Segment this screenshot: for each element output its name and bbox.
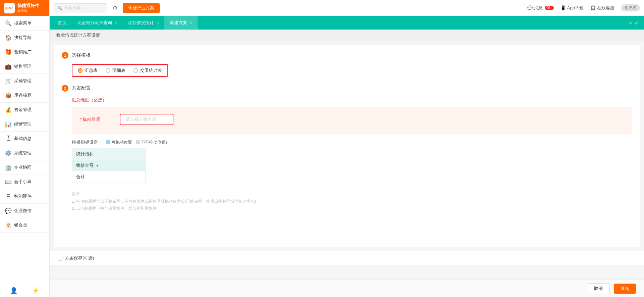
book-icon: 📖 [5,179,11,185]
indicator-settings-label: 模板指标设定（ [72,139,102,145]
vertical-dim-label: * 纵向维度 [80,116,100,122]
sidebar-item-label: 快捷导航 [14,35,32,41]
service-label: 在线客服 [597,5,614,11]
cart-icon: 🛒 [5,78,11,84]
tips-line2: 2. 点击标题栏下拉可设置排序、插入列和删除列 [72,205,632,212]
sidebar-item-wechat[interactable]: 💬 企业微信 [0,204,49,218]
amount-col-cell[interactable]: 收款金额 ▼ [72,160,103,171]
logo-icon: CaR [4,3,15,13]
tips-section: 提示： 1. 拖动标题栏可以调整布局，不可跨维度或指标区域拖动目字段(只能在同一… [72,191,632,212]
movable-dot [106,140,110,144]
amount-col-label: 收款金额 [76,162,94,168]
sidebar-item-hardware[interactable]: 🖥 智能硬件 [0,189,49,204]
sidebar-item-label: 采购管理 [14,78,32,84]
sidebar-item-label: 企业微信 [14,208,32,214]
content-area: 收款情况统计方案设置 1 选择模板 汇总表 明细 [50,30,644,280]
stat-label-cell: 统计指标 [72,148,98,160]
sidebar-item-label: 智能硬件 [14,193,32,199]
sidebar-item-inventory[interactable]: 📦 库存核算 [0,88,49,103]
radio-summary[interactable]: 汇总表 [78,67,98,73]
sidebar-item-purchase[interactable]: 🛒 采购管理 [0,74,49,88]
cancel-button[interactable]: 取消 [587,283,610,294]
section1-num: 1 [62,52,68,59]
tabbar-actions: × ⤢ [629,20,641,26]
unmovable-dot [136,140,140,144]
message-badge: 99+ [545,6,554,10]
tab-home-label: 首页 [58,20,66,26]
query-button[interactable]: 查询 [614,284,636,294]
tips-title: 提示： [72,191,632,198]
service-item[interactable]: 🎧 在线客服 [590,5,614,11]
tab-cashflow[interactable]: 现金银行流水查询 × [72,16,122,30]
radio-detail[interactable]: 明细表 [106,67,125,73]
dimension-label: 汇总维度（必选） [72,97,107,102]
unmovable-badge: 不可拖动位置） [136,140,169,145]
home-icon: 🏠 [5,35,11,41]
settings-icon[interactable]: ⚙ [113,5,117,11]
sidebar-item-quicknav[interactable]: 🏠 快捷导航 [0,31,49,45]
arrow-icon: —— [106,117,114,122]
user-info[interactable]: 用户名 [621,4,640,11]
radio-cross-label: 交叉统计表 [140,67,162,73]
box-icon: 📦 [5,92,11,98]
search-box[interactable]: 🔍 搜索菜单 [54,3,107,12]
hardware-icon: 🖥 [5,193,11,199]
tips-prefix: 提示： [72,192,84,196]
close-all-icon[interactable]: × [629,20,632,26]
sidebar-item-system[interactable]: ⚙️ 系统管理 [0,146,49,160]
page-title-bar: 收款情况统计方案设置 [50,30,644,41]
message-label: 消息 [534,5,543,11]
radio-cross[interactable]: 交叉统计表 [133,67,162,73]
industry-btn[interactable]: 体验行业方案 [123,3,160,13]
sidebar-bottom-item1[interactable]: 👤 [10,287,17,294]
movable-badge: 可拖动位置 [106,140,132,145]
indicator-col-row[interactable]: 收款金额 ▼ [72,160,145,171]
sidebar-item-label: 销售管理 [14,63,32,69]
save-row: 方案保存(可选) [50,251,644,265]
sidebar-item-marketing[interactable]: 🎁 营销推广 [0,45,49,59]
sidebar-bottom-item2[interactable]: ⚡ [32,287,39,294]
member-icon: 🃏 [5,222,11,228]
tab-newplan-label: 新建方案 [170,20,187,26]
section1-header: 1 选择模板 [62,52,632,59]
sidebar-item-sales[interactable]: 💼 销售管理 [0,59,49,74]
search-icon: 🔍 [57,6,62,10]
save-label: 方案保存(可选) [65,255,94,261]
sidebar-item-search[interactable]: 🔍 搜索菜单 [0,16,49,31]
sales-icon: 💼 [5,63,11,69]
sidebar-item-guide[interactable]: 📖 新手引导 [0,175,49,189]
dim-placeholder: 请选择分组维度 [126,117,156,122]
sidebar-item-label: 搜索菜单 [14,20,32,26]
tab-collection[interactable]: 收款情况统计 × [122,16,164,30]
tab-newplan-close[interactable]: × [190,20,192,25]
search-placeholder: 搜索菜单 [64,5,80,11]
sidebar-item-member[interactable]: 🃏 畅会员 [0,218,49,233]
tab-collection-label: 收款情况统计 [128,20,154,26]
save-checkbox[interactable] [58,256,62,260]
message-item[interactable]: 💬 消息 99+ [527,5,554,11]
sidebar: CaR 畅捷通好生 标准版 🔍 搜索菜单 🏠 快捷导航 🎁 营销推广 💼 销售管… [0,0,50,297]
sidebar-nav: 🔍 搜索菜单 🏠 快捷导航 🎁 营销推广 💼 销售管理 🛒 采购管理 📦 库存核… [0,16,49,284]
tab-collection-close[interactable]: × [157,20,159,25]
app-download-item[interactable]: 📱 App下载 [560,5,584,11]
subtotal-label: 合计 [76,174,85,180]
sidebar-item-base[interactable]: 🗄 基础信息 [0,132,49,146]
sidebar-item-operations[interactable]: 📊 经营管理 [0,117,49,132]
maximize-icon[interactable]: ⤢ [635,20,639,26]
vertical-dim-row: * 纵向维度 —— 请选择分组维度 [80,114,624,125]
topbar-right: 💬 消息 99+ 📱 App下载 🎧 在线客服 用户名 [527,4,640,11]
chevron-down-icon: ▼ [96,164,99,167]
dim-select-dropdown[interactable]: 请选择分组维度 [120,114,173,125]
app-download-label: App下载 [567,5,584,11]
sidebar-item-enterprise[interactable]: 🏢 企业协同 [0,160,49,175]
radio-summary-circle [78,68,83,73]
sidebar-item-finance[interactable]: 💰 资金管理 [0,103,49,117]
logo-text: 畅捷通好生 [17,3,39,8]
tab-cashflow-close[interactable]: × [115,20,117,25]
section2-label: 方案配置 [72,85,91,91]
tab-newplan[interactable]: 新建方案 × [164,16,198,30]
search-icon: 🔍 [5,20,11,26]
sidebar-item-label: 营销推广 [14,49,32,55]
sidebar-bottom: 👤 ⚡ [0,284,49,297]
tab-home[interactable]: 首页 [52,16,72,30]
